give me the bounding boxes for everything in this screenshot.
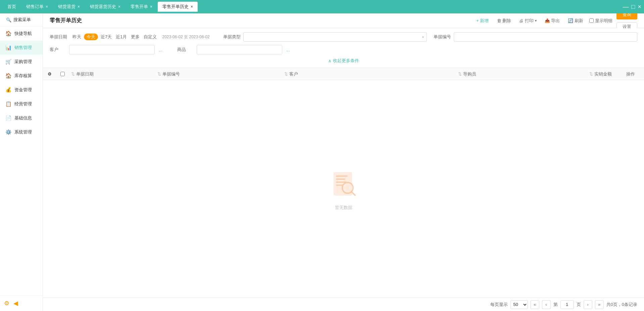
tab-sales-order[interactable]: 销售订单 × [21, 2, 53, 12]
window-close-icon[interactable]: × [638, 3, 641, 10]
print-dropdown-icon[interactable]: ▾ [535, 19, 537, 22]
refresh-button[interactable]: 🔄 刷新 [566, 17, 585, 25]
filter-row-date: 单据日期 昨天 今天 近7天 近1月 更多 自定义 2023-06-02 至 2… [50, 32, 637, 42]
type-select[interactable]: ▾ [243, 32, 427, 42]
sort-icon: ⇅ [458, 71, 462, 76]
prev-page-btn[interactable]: ‹ [542, 300, 551, 309]
close-icon[interactable]: × [118, 4, 120, 9]
page-number-input[interactable] [560, 300, 574, 309]
filter-item-num: 单据编号 [434, 32, 637, 42]
sidebar-item-finance[interactable]: 💰 资金管理 [0, 83, 43, 97]
sidebar-item-label: 销售管理 [14, 45, 32, 51]
sidebar-item-basic-info[interactable]: 📄 基础信息 [0, 111, 43, 125]
svg-rect-4 [336, 185, 343, 186]
date-filter-buttons: 昨天 今天 近7天 近1月 更多 自定义 2023-06-02 至 2023-0… [71, 34, 210, 40]
collapse-bar[interactable]: ∧ 收起更多条件 [50, 58, 637, 64]
sidebar-item-label: 快捷导航 [14, 31, 32, 37]
display-detail-toggle[interactable]: 显示明细 [589, 18, 612, 24]
page-header: 零售开单历史 + 新增 🗑 删除 🖨 打印 ▾ 📤 导出 🔄 刷新 [43, 13, 644, 28]
filter-row-customer-goods: 客户 ... 商品 ... [50, 45, 637, 54]
tab-retail-open[interactable]: 零售开单 × [126, 2, 157, 12]
sidebar-item-label: 系统管理 [14, 129, 32, 135]
sidebar-item-label: 资金管理 [14, 87, 32, 93]
sidebar-item-sys-mgmt[interactable]: ⚙️ 系统管理 [0, 125, 43, 139]
add-button[interactable]: + 新增 [474, 17, 491, 25]
print-button[interactable]: 🖨 打印 ▾ [517, 17, 539, 25]
svg-rect-1 [336, 175, 348, 177]
minimize-icon[interactable]: — [623, 3, 629, 10]
customer-filter-input[interactable] [69, 45, 155, 54]
sidebar-item-label: 基础信息 [14, 115, 32, 121]
date-btn-custom[interactable]: 自定义 [142, 34, 158, 40]
query-button[interactable]: 查询 [616, 13, 637, 19]
tab-sales-return-history[interactable]: 销货退货历史 × [85, 2, 125, 12]
sidebar-item-operation[interactable]: 📋 经营管理 [0, 97, 43, 111]
sidebar-item-inventory[interactable]: 🏠 库存核算 [0, 69, 43, 83]
settings-bottom-icon[interactable]: ⚙ [4, 300, 9, 307]
date-btn-1month[interactable]: 近1月 [114, 34, 128, 40]
date-btn-yesterday[interactable]: 昨天 [71, 34, 83, 40]
date-filter-label: 单据日期 [50, 34, 70, 40]
num-filter-input[interactable] [454, 32, 637, 42]
sidebar-item-quick-nav[interactable]: 🏠 快捷导航 [0, 27, 43, 41]
tab-retail-history[interactable]: 零售开单历史 × [158, 2, 198, 12]
date-btn-today[interactable]: 今天 [84, 34, 98, 40]
empty-text: 暂无数据 [335, 205, 352, 211]
num-filter-label: 单据编号 [434, 34, 451, 40]
sidebar-item-sales-mgmt[interactable]: 📊 销售管理 [0, 41, 43, 55]
filter-item-customer: 客户 ... [50, 45, 164, 54]
display-detail-checkbox[interactable] [589, 18, 594, 23]
table-settings-btn[interactable]: ⚙ [43, 71, 56, 76]
operation-icon: 📋 [5, 101, 12, 107]
close-icon[interactable]: × [150, 4, 152, 9]
finance-icon: 💰 [5, 87, 12, 93]
table-check-all[interactable] [56, 72, 68, 76]
th-action: 操作 [617, 71, 644, 77]
sort-icon: ⇅ [284, 71, 288, 76]
main-layout: 🔍 搜索采单 🏠 快捷导航 📊 销售管理 🛒 采购管理 🏠 库存核算 💰 资金管… [0, 13, 644, 311]
tab-sales-return[interactable]: 销货退货 × [53, 2, 85, 12]
sidebar-bottom: ⚙ ◀ [0, 295, 43, 311]
filter-item-goods: 商品 ... [177, 45, 291, 54]
next-page-btn[interactable]: › [584, 300, 592, 309]
page-suffix: 页 [577, 302, 581, 308]
customer-filter-label: 客户 [50, 47, 66, 53]
per-page-label: 每页显示 [490, 302, 508, 308]
tab-bar: 首页 销售订单 × 销货退货 × 销货退货历史 × 零售开单 × 零售开单历史 … [0, 0, 644, 13]
sidebar-item-label: 采购管理 [14, 59, 32, 65]
maximize-icon[interactable]: □ [632, 3, 635, 10]
th-num[interactable]: ⇅ 单据编号 [155, 71, 282, 77]
select-all-checkbox[interactable] [60, 72, 65, 76]
close-icon[interactable]: × [78, 4, 80, 9]
delete-button[interactable]: 🗑 删除 [495, 17, 513, 25]
close-icon[interactable]: × [191, 4, 193, 9]
collapse-up-icon: ∧ [328, 58, 332, 63]
th-amount[interactable]: ⇅ 实销金额 [542, 71, 617, 77]
date-btn-more[interactable]: 更多 [130, 34, 141, 40]
export-button[interactable]: 📤 导出 [543, 17, 562, 25]
pagination: 每页显示 50 10 20 100 « ‹ 第 页 › » 共0页，0条记录 [43, 298, 644, 311]
sidebar: 🔍 搜索采单 🏠 快捷导航 📊 销售管理 🛒 采购管理 🏠 库存核算 💰 资金管… [0, 13, 43, 311]
filter-item-type: 单据类型 ▾ [223, 32, 427, 42]
close-icon[interactable]: × [46, 4, 48, 9]
sidebar-search[interactable]: 🔍 搜索采单 [0, 13, 43, 27]
last-page-btn[interactable]: » [595, 300, 604, 309]
th-customer[interactable]: ⇅ 客户 [282, 71, 455, 77]
th-date[interactable]: ⇅ 单据日期 [68, 71, 155, 77]
filter-group-type-num: 单据类型 ▾ 单据编号 [223, 32, 637, 42]
date-btn-7days[interactable]: 近7天 [99, 34, 113, 40]
chart-icon: 📊 [5, 45, 12, 51]
collapse-sidebar-icon[interactable]: ◀ [13, 300, 18, 307]
content-area: 零售开单历史 + 新增 🗑 删除 🖨 打印 ▾ 📤 导出 🔄 刷新 [43, 13, 644, 311]
th-guide[interactable]: ⇅ 导购员 [455, 71, 542, 77]
dropdown-icon: ▾ [422, 35, 424, 39]
home-icon: 🏠 [5, 31, 12, 37]
page-label: 第 [553, 302, 558, 308]
page-size-select[interactable]: 50 10 20 100 [510, 300, 528, 309]
sidebar-item-purchase-mgmt[interactable]: 🛒 采购管理 [0, 55, 43, 69]
customer-ellipsis-btn[interactable]: ... [157, 47, 164, 52]
goods-filter-input[interactable] [197, 45, 282, 54]
goods-ellipsis-btn[interactable]: ... [285, 47, 291, 52]
tab-home[interactable]: 首页 [3, 2, 21, 12]
first-page-btn[interactable]: « [531, 300, 539, 309]
